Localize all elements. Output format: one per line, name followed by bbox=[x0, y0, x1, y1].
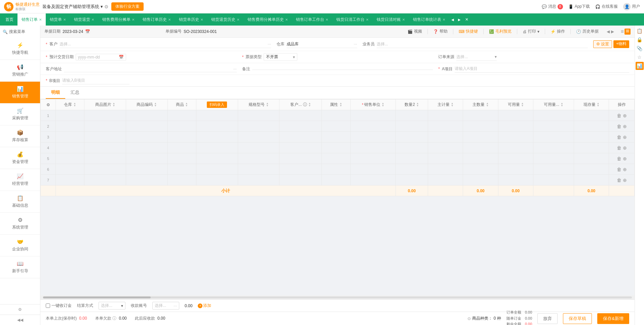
grid-view-icon[interactable]: ⊞ bbox=[624, 29, 631, 35]
th-settings[interactable]: ⚙ bbox=[41, 99, 56, 110]
tab-goods-history[interactable]: 销货单历史 ✕ bbox=[175, 13, 207, 26]
close-tab-icon[interactable]: ✕ bbox=[237, 18, 239, 22]
copy-row-icon[interactable]: ⊕ bbox=[623, 167, 627, 172]
sidebar-collapse-button[interactable]: ◀◀ bbox=[0, 315, 40, 325]
tab-detail[interactable]: 明细 bbox=[46, 87, 65, 99]
tab-daily-reconcile[interactable]: 钱货日清对账 ✕ bbox=[373, 13, 409, 26]
save-draft-button[interactable]: 保存草稿 bbox=[563, 313, 592, 324]
delete-row-icon[interactable]: 🗑 bbox=[617, 177, 621, 183]
sidebar-item-purchase[interactable]: 🛒 采购管理 bbox=[0, 104, 40, 125]
nav-left-icon[interactable]: ◀ bbox=[607, 29, 610, 34]
delete-row-icon[interactable]: 🗑 bbox=[617, 156, 621, 161]
th-available2[interactable]: 可用量... ▲▼ bbox=[533, 99, 574, 110]
close-tab-icon[interactable]: ✕ bbox=[63, 18, 66, 22]
th-customer-code[interactable]: 客户... ⓘ ▲▼ bbox=[279, 99, 322, 110]
close-tab-icon[interactable]: ✕ bbox=[402, 18, 405, 22]
th-product[interactable]: 商品 ▲▼ bbox=[167, 99, 196, 110]
copy-row-icon[interactable]: ⊕ bbox=[623, 156, 627, 161]
profit-preview-item[interactable]: 💹 毛利预览 bbox=[489, 29, 512, 34]
address-input[interactable]: ··· bbox=[64, 66, 237, 72]
th-main-unit[interactable]: 主计量 ▲▼ bbox=[428, 99, 463, 110]
history-toolbar-item[interactable]: 🕐 历史单据 bbox=[576, 29, 599, 34]
invoice-type-select[interactable]: 不开票 ▾ bbox=[264, 53, 297, 61]
warehouse-input-area[interactable]: 成品库 ··· bbox=[287, 41, 357, 48]
solution-button[interactable]: 体验行业方案 bbox=[111, 2, 144, 11]
add-payment-button[interactable]: + 添加 bbox=[198, 303, 211, 309]
delete-row-icon[interactable]: 🗑 bbox=[617, 113, 621, 118]
help-toolbar-item[interactable]: ❓ 帮助 bbox=[433, 29, 448, 34]
nav-prev-arrow[interactable]: ◀ bbox=[449, 13, 456, 26]
sidebar-search[interactable]: 🔍 搜索菜单 bbox=[0, 26, 40, 38]
delete-row-icon[interactable]: 🗑 bbox=[617, 167, 621, 172]
close-tab-icon[interactable]: ✕ bbox=[132, 18, 135, 22]
b-project-input[interactable]: 请输入B项目 bbox=[62, 77, 129, 84]
sidebar-item-marketing[interactable]: 📢 营销推广 bbox=[0, 60, 40, 82]
user-item[interactable]: 👤 用户 bbox=[623, 3, 640, 10]
account-select[interactable]: 选择... ··· bbox=[152, 302, 179, 310]
sidebar-item-quick-nav[interactable]: ⚡ 快捷导航 bbox=[0, 38, 40, 60]
account-dots[interactable]: ··· bbox=[174, 303, 177, 308]
tab-sales-expense[interactable]: 销售费用分摊单 ✕ bbox=[98, 13, 139, 26]
notes-input[interactable] bbox=[252, 68, 433, 70]
tab-sales-return[interactable]: 销货退货 ✕ bbox=[70, 13, 98, 26]
shortcut-toolbar-item[interactable]: ⌨ 快捷键 bbox=[459, 29, 478, 34]
close-tab-icon[interactable]: ✕ bbox=[366, 18, 369, 22]
sidebar-item-guide[interactable]: 📖 新手引导 bbox=[0, 256, 40, 278]
sidebar-item-operations[interactable]: 📈 经营管理 bbox=[0, 169, 40, 191]
nav-right-icon[interactable]: ▶ bbox=[611, 29, 614, 34]
copy-row-icon[interactable]: ⊕ bbox=[623, 113, 627, 118]
calendar-icon[interactable]: 📅 bbox=[85, 29, 90, 34]
tab-summary[interactable]: 汇总 bbox=[65, 87, 85, 99]
close-tab-icon[interactable]: ✕ bbox=[326, 18, 328, 22]
th-unit[interactable]: *销售单位 ▲▼ bbox=[350, 99, 395, 110]
settings-btn[interactable]: ⚙ 设置 bbox=[593, 40, 612, 48]
customer-input-area[interactable]: 选择... ··· bbox=[60, 41, 271, 48]
delivery-date-input[interactable]: yyyy-mm-dd 📅 bbox=[76, 54, 126, 60]
tab-return-history[interactable]: 销货退货历史 ✕ bbox=[207, 13, 243, 26]
right-sidebar-icon-1[interactable]: 📋 bbox=[636, 27, 644, 35]
payment-method-select[interactable]: 选择... ▾ bbox=[99, 302, 125, 310]
tab-daily-workbench[interactable]: 钱货日清工作台 ✕ bbox=[332, 13, 373, 26]
tab-order-workbench[interactable]: 销售订单工作台 ✕ bbox=[292, 13, 332, 26]
th-image[interactable]: 商品图片 ▲▼ bbox=[84, 99, 126, 110]
settings-icon[interactable]: ⚙ bbox=[104, 4, 109, 9]
close-tab-icon[interactable]: ✕ bbox=[91, 18, 94, 22]
close-tab-icon[interactable]: ✕ bbox=[443, 18, 445, 22]
th-attribute[interactable]: 属性 ▲▼ bbox=[322, 99, 350, 110]
add-material-btn[interactable]: +物料 bbox=[613, 40, 629, 48]
tab-home[interactable]: 首页 bbox=[1, 13, 17, 26]
tab-sales-order[interactable]: 销售订单 ✕ bbox=[17, 13, 46, 26]
right-sidebar-icon-5[interactable]: 📊 bbox=[636, 62, 644, 70]
sidebar-item-capital[interactable]: 💰 资金管理 bbox=[0, 147, 40, 169]
save-new-button[interactable]: 保存&新增 bbox=[597, 313, 629, 324]
sidebar-settings-icon[interactable]: ⚙ bbox=[0, 304, 40, 315]
sidebar-item-sales[interactable]: 📊 销售管理 bbox=[0, 82, 40, 104]
right-sidebar-icon-3[interactable]: 📎 bbox=[636, 44, 644, 52]
online-service-item[interactable]: 🎧 在线客服 bbox=[595, 4, 618, 9]
delete-row-icon[interactable]: 🗑 bbox=[617, 134, 621, 140]
copy-row-icon[interactable]: ⊕ bbox=[623, 134, 627, 140]
tab-sales-goods[interactable]: 销货单 ✕ bbox=[46, 13, 70, 26]
horizontal-scroll[interactable] bbox=[40, 295, 635, 299]
nav-next-arrow[interactable]: ▶ bbox=[456, 13, 463, 26]
view-toolbar-item[interactable]: 🎬 视频 bbox=[408, 29, 422, 34]
tab-expense-history[interactable]: 销售费用分摊单历史 ✕ bbox=[243, 13, 292, 26]
discard-button[interactable]: 放弃 bbox=[537, 313, 558, 324]
th-available[interactable]: 可用量 ▲▼ bbox=[498, 99, 533, 110]
close-tab-icon[interactable]: ✕ bbox=[39, 18, 42, 22]
sidebar-item-inventory[interactable]: 📦 库存核算 bbox=[0, 125, 40, 147]
sidebar-item-basic-info[interactable]: 📋 基础信息 bbox=[0, 191, 40, 213]
copy-row-icon[interactable]: ⊕ bbox=[623, 145, 627, 151]
close-tab-icon[interactable]: ✕ bbox=[200, 18, 203, 22]
list-view-icon[interactable]: ≡ bbox=[621, 29, 624, 35]
th-warehouse[interactable]: 仓库 ▲▼ bbox=[56, 99, 84, 110]
right-sidebar-icon-2[interactable]: 🔒 bbox=[636, 36, 644, 44]
th-code[interactable]: 商品编码 ▲▼ bbox=[126, 99, 167, 110]
close-tab-icon[interactable]: ✕ bbox=[285, 18, 288, 22]
order-source-input[interactable]: 选择... ▾ bbox=[456, 53, 497, 61]
copy-row-icon[interactable]: ⊕ bbox=[623, 124, 627, 129]
th-spec[interactable]: 规格型号 ▲▼ bbox=[238, 99, 279, 110]
app-download-item[interactable]: 📱 App下载 bbox=[568, 4, 590, 9]
right-sidebar-icon-4[interactable]: ☆ bbox=[636, 53, 644, 61]
print-toolbar-item[interactable]: 🖨 打印 ▾ bbox=[523, 29, 539, 34]
